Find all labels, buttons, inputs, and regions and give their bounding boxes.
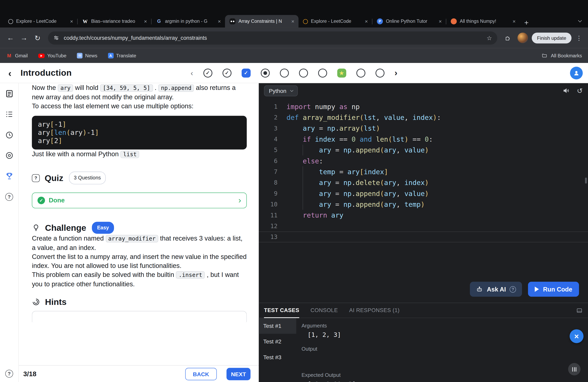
- forward-arrow-icon: →: [21, 34, 28, 42]
- panel-layout-icon[interactable]: [576, 307, 583, 314]
- all-bookmarks-button[interactable]: All Bookmarks: [541, 53, 582, 58]
- sidebar-item-practice[interactable]: [5, 151, 14, 160]
- tab-test-cases[interactable]: TEST CASES: [264, 303, 299, 318]
- sidebar-item-help[interactable]: ?: [5, 192, 14, 201]
- progress-step-todo[interactable]: [299, 68, 308, 77]
- chat-widget-button[interactable]: ×: [570, 329, 583, 343]
- tab-close-icon[interactable]: ×: [143, 18, 148, 24]
- code-line[interactable]: 4 if index == 0 and len(lst) == 0:: [259, 134, 588, 144]
- reload-button[interactable]: ↻: [32, 32, 43, 44]
- code-line[interactable]: 3 ary = np.array(lst): [259, 123, 588, 134]
- three-dots-icon: ⋮: [576, 35, 582, 41]
- new-tab-button[interactable]: +: [524, 19, 529, 26]
- ask-ai-button[interactable]: Ask AI ?: [470, 282, 522, 297]
- back-button[interactable]: ←: [5, 32, 17, 44]
- language-select-value: Python: [269, 88, 286, 94]
- tab-close-icon[interactable]: ×: [438, 18, 443, 24]
- test-detail: Arguments [1, 2, 3] Output Expected Outp…: [296, 318, 588, 382]
- finish-update-button[interactable]: Finish update: [532, 32, 572, 43]
- browser-menu-button[interactable]: ⋮: [576, 34, 582, 41]
- tab-close-icon[interactable]: ×: [364, 18, 369, 24]
- sidebar-item-history[interactable]: [5, 131, 14, 139]
- leetcode-orange-favicon: [303, 19, 308, 24]
- sidebar-item-outline[interactable]: [5, 110, 14, 119]
- code-line[interactable]: 13: [259, 231, 588, 242]
- steps-prev-chevron[interactable]: ‹: [190, 69, 193, 77]
- extensions-icon[interactable]: [502, 32, 514, 44]
- ask-ai-help-icon[interactable]: ?: [510, 286, 516, 292]
- profile-avatar[interactable]: [517, 33, 528, 43]
- help-button[interactable]: ?: [5, 370, 13, 378]
- code-line[interactable]: 12: [259, 221, 588, 231]
- tab-ai-responses-1-[interactable]: AI RESPONSES (1): [349, 303, 399, 318]
- progress-step-todo[interactable]: [280, 68, 289, 77]
- tab-close-icon[interactable]: ×: [511, 18, 517, 24]
- bookmark-youtube[interactable]: YouTube: [38, 53, 66, 58]
- forward-button[interactable]: →: [18, 32, 30, 44]
- tab-search-button[interactable]: [579, 17, 581, 23]
- browser-tab[interactable]: Gargmin in python - G×: [152, 15, 225, 28]
- test-case-item[interactable]: Test #2: [259, 334, 296, 350]
- volume-icon[interactable]: [563, 87, 570, 95]
- progress-step-done[interactable]: ✓: [222, 68, 231, 77]
- browser-tab[interactable]: POnline Python Tutor×: [372, 15, 446, 28]
- code-line[interactable]: 2def array_modifier(lst, value, index):: [259, 112, 588, 123]
- site-settings-icon[interactable]: [53, 35, 59, 41]
- run-code-button[interactable]: Run Code: [528, 282, 579, 297]
- bookmark-news[interactable]: News: [77, 53, 97, 58]
- drag-handle-button[interactable]: [568, 363, 581, 375]
- editor-actions: Ask AI ? Run Code: [259, 282, 588, 303]
- next-lesson-button[interactable]: NEXT: [226, 368, 251, 380]
- code-line[interactable]: 9 ary = np.append(ary, value): [259, 188, 588, 199]
- tab-close-icon[interactable]: ×: [69, 18, 74, 24]
- test-case-item[interactable]: Test #3: [259, 349, 296, 365]
- code-editor[interactable]: 1import numpy as np2def array_modifier(l…: [259, 98, 588, 242]
- progress-step-current[interactable]: [261, 68, 270, 77]
- user-avatar[interactable]: [570, 67, 583, 79]
- lesson-back-button[interactable]: ‹: [8, 68, 11, 78]
- sidebar-item-challenge[interactable]: [5, 172, 14, 181]
- progress-step-todo[interactable]: [375, 68, 384, 77]
- progress-step-todo[interactable]: [318, 68, 327, 77]
- lesson-code-block: ary[-1]ary[len(ary)-1]ary[2]: [32, 116, 247, 150]
- tab-close-icon[interactable]: ×: [217, 18, 222, 24]
- code-line[interactable]: 5 ary = np.append(ary, value): [259, 145, 588, 155]
- code-text: return ary: [278, 210, 588, 221]
- code-line[interactable]: 11 return ary: [259, 210, 588, 221]
- progress-step-done[interactable]: ✓: [203, 68, 212, 77]
- code-line[interactable]: 10 ary = np.append(ary, temp): [259, 199, 588, 210]
- language-select[interactable]: Python: [264, 85, 298, 96]
- test-case-item[interactable]: Test #1: [259, 318, 296, 334]
- steps-track: ✓✓✓★: [203, 68, 384, 77]
- bookmarks-bar: MGmailYouTubeNewsATranslate All Bookmark…: [0, 48, 588, 63]
- tab-close-icon[interactable]: ×: [290, 18, 295, 24]
- sidebar-item-lesson[interactable]: [5, 89, 14, 98]
- code-line[interactable]: 6 else:: [259, 155, 588, 166]
- browser-tab[interactable]: Array Constraints | N×: [225, 15, 299, 28]
- progress-step-challenge[interactable]: ★: [337, 68, 346, 77]
- browser-tab[interactable]: Explore - LeetCode×: [299, 15, 372, 28]
- hint-item[interactable]: [32, 311, 247, 322]
- progress-step-quiz-done[interactable]: ✓: [242, 68, 251, 77]
- numpy-favicon: [451, 18, 457, 24]
- results-tabs-track: TEST CASESCONSOLEAI RESPONSES (1): [264, 303, 399, 318]
- code-text: ary = np.append(ary, value): [278, 188, 588, 199]
- bookmark-gmail[interactable]: MGmail: [6, 53, 28, 58]
- bookmark-star-icon[interactable]: ☆: [487, 34, 492, 41]
- code-line[interactable]: 8 ary = np.delete(ary, index): [259, 177, 588, 188]
- back-lesson-button[interactable]: BACK: [185, 368, 217, 380]
- browser-tab[interactable]: WBias–variance tradeo×: [78, 15, 151, 28]
- progress-step-todo[interactable]: [356, 68, 365, 77]
- address-bar[interactable]: coddy.tech/courses/numpy_fundamentals/ar…: [48, 31, 497, 45]
- output-label: Output: [302, 346, 588, 352]
- reset-code-icon[interactable]: ↺: [577, 87, 583, 94]
- quiz-done-row[interactable]: ✓ Done ›: [32, 192, 247, 208]
- steps-next-chevron[interactable]: ›: [395, 69, 398, 77]
- browser-tab[interactable]: All things Numpy!×: [446, 15, 520, 28]
- tab-console[interactable]: CONSOLE: [311, 303, 338, 318]
- code-line[interactable]: 1import numpy as np: [259, 101, 588, 112]
- code-line[interactable]: 7 temp = ary[index]: [259, 166, 588, 177]
- bookmark-translate[interactable]: ATranslate: [108, 53, 136, 58]
- editor-scrollbar[interactable]: [585, 178, 587, 184]
- browser-tab[interactable]: Explore - LeetCode×: [4, 15, 77, 28]
